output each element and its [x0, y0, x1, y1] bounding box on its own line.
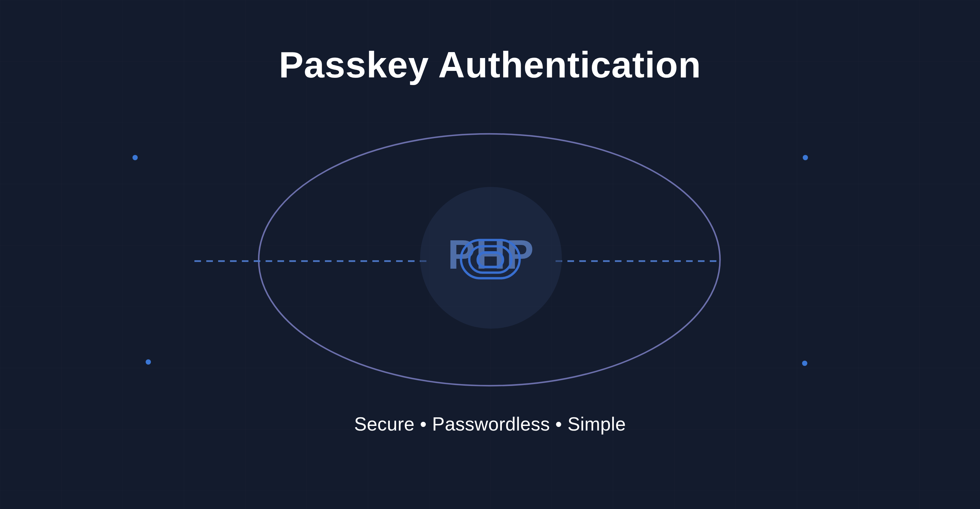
svg-rect-0: [461, 240, 520, 278]
accent-dot: [802, 361, 807, 366]
orbit-ellipse: [259, 134, 720, 386]
center-label: PHP: [447, 231, 534, 277]
accent-dot: [146, 359, 151, 365]
accent-dot: [803, 155, 808, 160]
svg-rect-2: [478, 252, 503, 267]
svg-rect-1: [469, 246, 511, 273]
fingerprint-rings: [461, 240, 520, 278]
accent-dot: [132, 155, 138, 160]
subtitle: Secure • Passwordless • Simple: [354, 413, 626, 435]
center-circle: [420, 187, 562, 329]
page-title: Passkey Authentication: [279, 43, 701, 86]
